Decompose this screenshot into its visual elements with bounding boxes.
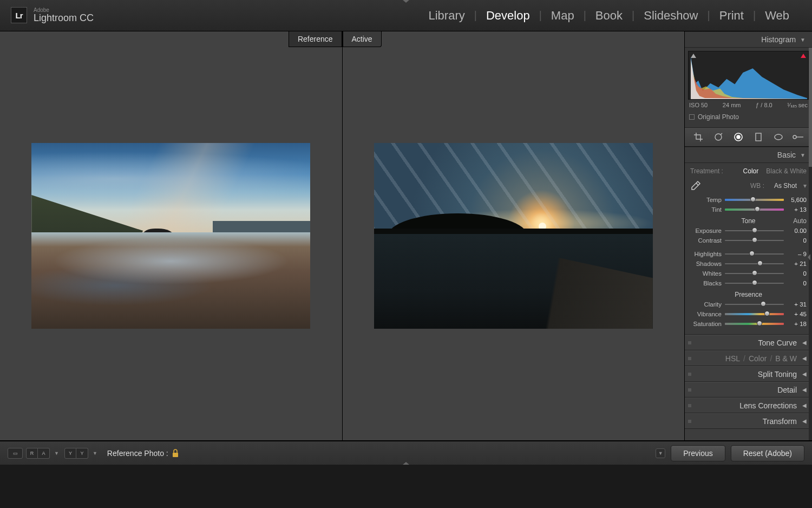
checkbox-icon[interactable]	[689, 114, 695, 120]
grad-filter-tool-icon[interactable]	[751, 131, 766, 144]
histogram-header[interactable]: Histogram ▼	[685, 31, 812, 48]
module-print[interactable]: Print	[710, 9, 753, 23]
module-web[interactable]: Web	[756, 9, 798, 23]
split-toning-label: Split Toning	[758, 370, 797, 379]
original-photo-label: Original Photo	[698, 113, 739, 121]
lens-corrections-label: Lens Corrections	[739, 401, 797, 410]
whites-label: Whites	[690, 270, 722, 277]
blacks-label: Blacks	[690, 280, 722, 286]
tone-curve-label: Tone Curve	[758, 338, 797, 347]
wb-label: WB :	[750, 182, 764, 190]
reference-view-a-icon[interactable]: A	[38, 448, 50, 459]
histogram-title: Histogram	[761, 35, 796, 44]
module-map[interactable]: Map	[542, 9, 584, 23]
module-develop[interactable]: Develop	[477, 9, 539, 23]
panel-handle-bottom[interactable]	[403, 462, 409, 465]
basic-title: Basic	[777, 151, 796, 159]
aperture-label: ƒ / 8.0	[756, 102, 772, 109]
right-panel-scrollbar[interactable]	[809, 48, 812, 440]
redeye-tool-icon[interactable]	[731, 131, 746, 144]
detail-label: Detail	[777, 386, 797, 394]
whites-value[interactable]: 0	[787, 270, 807, 277]
tint-slider[interactable]	[725, 208, 784, 211]
highlights-slider[interactable]	[725, 252, 784, 256]
contrast-slider[interactable]	[725, 239, 784, 242]
basic-header[interactable]: Basic ▼	[685, 147, 812, 163]
previous-button[interactable]: Previous	[671, 445, 725, 461]
reset-button[interactable]: Reset (Adobe)	[731, 445, 804, 461]
blacks-slider[interactable]	[725, 282, 784, 285]
module-book[interactable]: Book	[586, 9, 632, 23]
wb-eyedropper-icon[interactable]	[690, 180, 701, 191]
chevron-left-icon: ◀	[802, 418, 807, 424]
exposure-label: Exposure	[690, 227, 722, 234]
app-logo: Lr Adobe Lightroom CC	[11, 7, 94, 24]
temp-value[interactable]: 5,600	[787, 197, 807, 203]
loupe-view-icon[interactable]: ▭	[8, 448, 23, 459]
chevron-left-icon: ◀	[802, 340, 807, 346]
hsl-header[interactable]: HSL/Color/B & W ◀	[685, 350, 812, 366]
transform-header[interactable]: Transform◀	[685, 413, 812, 429]
temp-label: Temp	[690, 197, 722, 203]
tone-curve-header[interactable]: Tone Curve◀	[685, 335, 812, 350]
spot-heal-tool-icon[interactable]	[711, 131, 726, 144]
before-after-y2-icon[interactable]: Y	[76, 448, 88, 459]
exposure-slider[interactable]	[725, 229, 784, 232]
treatment-bw[interactable]: Black & White	[766, 167, 807, 175]
reference-view-r-icon[interactable]: R	[26, 448, 38, 459]
panel-handle-top[interactable]	[403, 0, 409, 3]
blacks-value[interactable]: 0	[787, 280, 807, 286]
reference-image[interactable]	[31, 143, 310, 329]
lock-icon[interactable]	[172, 449, 179, 458]
before-after-dropdown-icon[interactable]: ▼	[93, 451, 97, 456]
temp-slider[interactable]	[725, 198, 784, 201]
tint-value[interactable]: + 13	[787, 206, 807, 213]
svg-point-4	[775, 134, 782, 140]
lens-corrections-header[interactable]: Lens Corrections◀	[685, 398, 812, 413]
focal-label: 24 mm	[723, 102, 741, 109]
soft-proof-dropdown-icon[interactable]: ▼	[656, 448, 665, 458]
crop-tool-icon[interactable]	[691, 131, 706, 144]
highlights-value[interactable]: – 9	[787, 251, 807, 257]
clarity-slider[interactable]	[725, 303, 784, 306]
detail-header[interactable]: Detail◀	[685, 382, 812, 398]
active-pane: Active	[342, 31, 685, 440]
svg-rect-6	[173, 453, 178, 457]
highlights-label: Highlights	[690, 251, 722, 257]
reference-photo-label: Reference Photo :	[107, 449, 168, 458]
wb-preset[interactable]: As Shot	[774, 182, 797, 190]
module-slideshow[interactable]: Slideshow	[634, 9, 707, 23]
original-photo-toggle[interactable]: Original Photo	[688, 111, 809, 124]
saturation-value[interactable]: + 18	[787, 321, 807, 327]
split-toning-header[interactable]: Split Toning◀	[685, 366, 812, 382]
chevron-left-icon: ◀	[802, 402, 807, 408]
vibrance-slider[interactable]	[725, 312, 784, 316]
svg-point-5	[793, 135, 796, 139]
shadows-value[interactable]: + 21	[787, 260, 807, 267]
right-panel-flyout-icon[interactable]	[808, 254, 810, 260]
treatment-color[interactable]: Color	[743, 167, 759, 175]
main-area: Reference Active Histogram ▼	[0, 31, 812, 441]
wb-dropdown-icon[interactable]: ▾	[803, 182, 807, 190]
clarity-value[interactable]: + 31	[787, 301, 807, 308]
before-after-y1-icon[interactable]: Y	[64, 448, 76, 459]
chevron-left-icon: ◀	[802, 371, 807, 377]
whites-slider[interactable]	[725, 272, 784, 275]
view-dropdown-icon[interactable]: ▼	[54, 451, 59, 456]
basic-panel: Treatment : Color Black & White WB : As …	[685, 163, 812, 335]
radial-filter-tool-icon[interactable]	[771, 131, 786, 144]
treatment-label: Treatment :	[690, 167, 723, 175]
reference-pane: Reference	[0, 31, 342, 440]
saturation-slider[interactable]	[725, 322, 784, 325]
shadows-slider[interactable]	[725, 262, 784, 265]
module-library[interactable]: Library	[419, 9, 474, 23]
exposure-value[interactable]: 0.00	[787, 227, 807, 234]
brush-tool-icon[interactable]	[791, 131, 806, 144]
chevron-down-icon: ▼	[800, 37, 806, 43]
local-adjust-toolstrip	[685, 127, 812, 147]
contrast-value[interactable]: 0	[787, 237, 807, 244]
histogram-chart[interactable]	[688, 51, 809, 100]
reference-tab: Reference	[289, 31, 342, 47]
vibrance-value[interactable]: + 45	[787, 311, 807, 317]
active-image[interactable]	[374, 143, 653, 329]
